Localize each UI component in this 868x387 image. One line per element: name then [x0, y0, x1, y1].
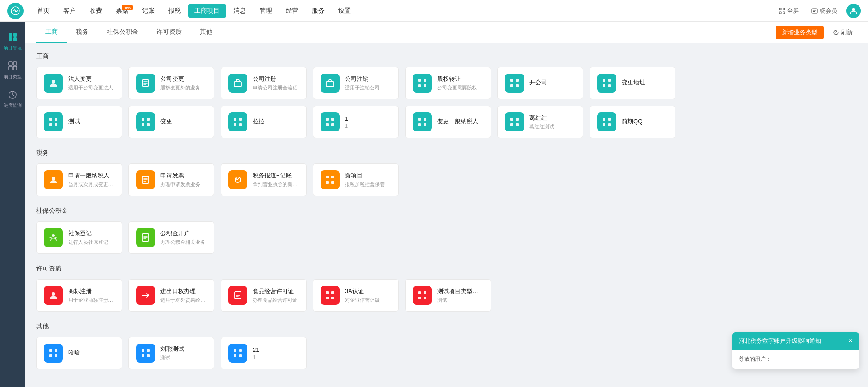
svg-rect-83: [142, 349, 144, 352]
card-company-change-desc: 股权变更外的业务变更: [160, 84, 207, 91]
card-equity-transfer[interactable]: 股权转让 公司变更需要股权转让: [405, 67, 491, 99]
card-change2[interactable]: 变更: [128, 106, 214, 138]
industry-cards-grid: 法人变更 适用于公司变更法人 公司变更 股权变更外的业务变更: [36, 67, 857, 99]
card-lala-icon: [228, 112, 247, 131]
card-food-license[interactable]: 食品经营许可证 办理食品经营许可证: [221, 279, 307, 312]
card-ge-hong-hong-info: 葛红红 葛红红测试: [529, 114, 576, 130]
card-new-project-info: 新项目 报税加税控盘保管: [345, 172, 391, 188]
nav-operation[interactable]: 经营: [279, 4, 305, 18]
refresh-button[interactable]: 刷新: [828, 26, 857, 39]
card-apply-taxpayer[interactable]: 申请一般纳税人 当月或次月成变更完成: [36, 163, 122, 196]
card-social-register[interactable]: 社保登记 进行人员社保登记: [36, 221, 122, 254]
member-btn[interactable]: 畅会员: [808, 5, 841, 17]
card-company-change[interactable]: 公司变更 股权变更外的业务变更: [128, 67, 214, 99]
fullscreen-btn[interactable]: 全屏: [775, 5, 802, 17]
nav-message[interactable]: 消息: [227, 4, 252, 18]
card-qianqi-qq[interactable]: 前期QQ: [590, 106, 675, 138]
card-social-register-desc: 进行人员社保登记: [68, 239, 114, 246]
card-lala[interactable]: 拉拉: [221, 106, 307, 138]
card-change-address[interactable]: 变更地址: [590, 67, 675, 99]
card-3a-cert[interactable]: 3A认证 对企业信誉评级: [313, 279, 399, 312]
svg-rect-90: [239, 354, 242, 357]
svg-point-7: [852, 8, 855, 11]
card-apply-taxpayer-name: 申请一般纳税人: [68, 172, 114, 180]
card-test-type[interactable]: 测试项目类型目定义 测试: [405, 279, 491, 312]
nav-home[interactable]: 首页: [31, 4, 56, 18]
card-legal-change[interactable]: 法人变更 适用于公司变更法人: [36, 67, 122, 99]
card-haha[interactable]: 哈哈: [36, 337, 122, 369]
card-test[interactable]: 测试: [36, 106, 122, 138]
nav-industry[interactable]: 工商项目: [188, 4, 226, 18]
nav-settings[interactable]: 设置: [332, 4, 357, 18]
svg-rect-49: [418, 118, 421, 121]
svg-point-69: [52, 292, 55, 296]
card-change-address-name: 变更地址: [622, 79, 668, 87]
card-twentyone[interactable]: 21 1: [221, 337, 307, 369]
card-test-type-info: 测试项目类型目定义 测试: [437, 287, 483, 303]
svg-rect-23: [418, 84, 421, 87]
tab-other[interactable]: 其他: [191, 22, 222, 43]
card-ge-hong-hong[interactable]: 葛红红 葛红红测试: [497, 106, 583, 138]
card-ge-hong-hong-icon: [505, 112, 524, 131]
svg-rect-65: [331, 176, 334, 178]
sidebar-item-project-mgmt[interactable]: 项目管理: [0, 26, 25, 55]
sidebar-label-project-type: 项目类型: [4, 74, 22, 79]
card-equity-transfer-icon: [413, 74, 432, 93]
card-fund-account-name: 公积金开户: [160, 229, 207, 238]
card-change-taxpayer-name: 变更一般纳税人: [437, 117, 483, 126]
user-avatar[interactable]: [846, 4, 861, 18]
card-liu-cong-desc: 测试: [160, 354, 207, 361]
sidebar-item-project-type[interactable]: 项目类型: [0, 55, 25, 84]
card-change-taxpayer[interactable]: 变更一般纳税人: [405, 106, 491, 138]
svg-rect-57: [603, 118, 605, 121]
card-social-register-icon: [44, 228, 63, 247]
svg-point-61: [52, 177, 55, 180]
card-company-change-name: 公司变更: [160, 75, 207, 83]
nav-customer[interactable]: 客户: [57, 4, 82, 18]
nav-management[interactable]: 管理: [253, 4, 278, 18]
svg-rect-86: [147, 354, 150, 357]
card-tax-report[interactable]: 税务报道+记账 拿到营业执照的新公司: [221, 163, 307, 196]
card-company-cancel[interactable]: 公司注销 适用于注销公司: [313, 67, 399, 99]
card-lala-name: 拉拉: [253, 117, 299, 126]
tab-industry[interactable]: 工商: [36, 22, 67, 43]
tab-social-fund[interactable]: 社保公积金: [98, 22, 147, 43]
app-logo[interactable]: [7, 3, 24, 19]
svg-rect-9: [13, 33, 17, 37]
sidebar: 项目管理 项目类型 进度监测: [0, 22, 25, 387]
new-type-button[interactable]: 新增业务类型: [776, 26, 824, 39]
card-test-type-name: 测试项目类型目定义: [437, 287, 483, 295]
card-open-company[interactable]: 开公司: [497, 67, 583, 99]
nav-tax[interactable]: 报税: [162, 4, 187, 18]
nav-service[interactable]: 服务: [306, 4, 331, 18]
tab-tax[interactable]: 税务: [67, 22, 98, 43]
card-apply-invoice-name: 申请发票: [160, 172, 207, 180]
card-company-register[interactable]: 公司注册 申请公司注册全流程: [221, 67, 307, 99]
card-new-project[interactable]: 新项目 报税加税控盘保管: [313, 163, 399, 196]
sidebar-item-progress-monitor[interactable]: 进度监测: [0, 84, 25, 113]
card-change-address-icon: [597, 74, 616, 93]
card-food-license-name: 食品经营许可证: [253, 287, 299, 295]
notification-close[interactable]: ×: [849, 337, 853, 345]
tab-license[interactable]: 许可资质: [147, 22, 191, 43]
svg-rect-77: [418, 297, 421, 299]
svg-rect-80: [55, 349, 57, 352]
svg-rect-41: [234, 118, 236, 121]
svg-rect-1: [783, 8, 785, 10]
notification-popup: 河北税务数字账户升级影响通知 × 尊敬的用户：: [732, 332, 859, 369]
nav-accounting[interactable]: 记账: [136, 4, 161, 18]
card-trademark[interactable]: 商标注册 用于企业商标注册服务: [36, 279, 122, 312]
svg-rect-28: [516, 84, 519, 87]
section-industry-title: 工商: [36, 52, 857, 61]
card-liu-cong[interactable]: 刘聪测试 测试: [128, 337, 214, 369]
card-company-change-info: 公司变更 股权变更外的业务变更: [160, 75, 207, 91]
card-fund-account[interactable]: 公积金开户 办理公积金相关业务: [128, 221, 214, 254]
tax-cards-grid: 申请一般纳税人 当月或次月成变更完成 申请发票 办理申请发票业务: [36, 163, 857, 196]
card-one[interactable]: 1 1: [313, 106, 399, 138]
card-apply-taxpayer-icon: [44, 170, 63, 189]
nav-billing[interactable]: 收费: [83, 4, 108, 18]
card-apply-invoice[interactable]: 申请发票 办理申请发票业务: [128, 163, 214, 196]
nav-tickets[interactable]: 票据 new: [109, 4, 135, 18]
section-industry: 工商 法人变更 适用于公司变更法人 公司变更: [36, 52, 857, 138]
card-import-export[interactable]: 进出口权办理 适用于对外贸易经营者: [128, 279, 214, 312]
